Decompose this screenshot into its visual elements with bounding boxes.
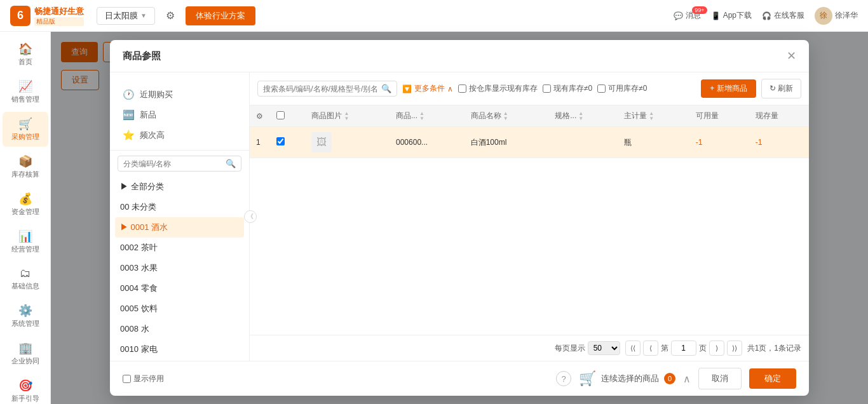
sales-icon: 📈 — [18, 79, 32, 93]
first-page-button[interactable]: ⟨⟨ — [625, 340, 641, 356]
online-service-item[interactable]: 🎧 在线客服 — [762, 10, 804, 21]
category-water[interactable]: 0008 水 — [115, 319, 244, 339]
column-code[interactable]: 商品...▲▼ — [390, 105, 465, 127]
category-search-input[interactable] — [123, 159, 222, 168]
sidebar-item-operations[interactable]: 📊 经营管理 — [3, 224, 48, 259]
sidebar-item-inventory[interactable]: 📦 库存核算 — [3, 149, 48, 184]
sidebar-item-sales[interactable]: 📈 销售管理 — [3, 74, 48, 109]
row-code: 000600... — [390, 127, 465, 158]
sidebar-item-home[interactable]: 🏠 首页 — [3, 37, 48, 72]
refresh-button[interactable]: ↻ 刷新 — [761, 79, 801, 98]
show-disabled-label[interactable]: 显示停用 — [123, 374, 164, 384]
panel-collapse-button[interactable]: 《 — [244, 210, 257, 223]
cancel-button[interactable]: 取消 — [698, 368, 742, 389]
column-settings[interactable]: ⚙ — [250, 105, 270, 127]
filter-icon: 🔽 — [402, 84, 412, 93]
help-icon[interactable]: ? — [556, 371, 571, 386]
logo-badge: 精品版 — [34, 17, 84, 26]
operations-icon: 📊 — [18, 229, 32, 243]
column-spec[interactable]: 规格...▲▼ — [548, 105, 618, 127]
product-reference-modal: 商品参照 ✕ 🕐 近期购买 🆕 — [110, 40, 809, 396]
column-available[interactable]: 可用量 — [689, 105, 749, 127]
stock-checkbox-label[interactable]: 现有库存≠0 — [543, 83, 592, 94]
category-all[interactable]: ▶ 全部分类 — [115, 177, 244, 197]
warehouse-checkbox-label[interactable]: 按仓库显示现有库存 — [458, 83, 538, 94]
collapse-cart-button[interactable]: ∧ — [683, 373, 691, 385]
cart-count-badge: 0 — [664, 373, 675, 384]
basics-icon: 🗂 — [20, 267, 31, 280]
home-icon: 🏠 — [18, 42, 32, 56]
row-stock: -1 — [749, 127, 809, 158]
column-stock[interactable]: 现存量 — [749, 105, 809, 127]
avail-checkbox[interactable] — [597, 84, 606, 93]
user-item[interactable]: 徐 徐泽华 — [815, 7, 858, 25]
trial-button[interactable]: 体验行业方案 — [186, 6, 255, 25]
page-number-input[interactable] — [671, 340, 696, 356]
purchase-icon: 🛒 — [18, 117, 32, 131]
category-liquor[interactable]: ▶ 0001 酒水 — [115, 217, 244, 238]
quick-item-recent[interactable]: 🕐 近期购买 — [118, 85, 241, 104]
category-appliance[interactable]: 0010 家电 — [115, 339, 244, 353]
sidebar-item-collab[interactable]: 🏢 企业协同 — [3, 336, 48, 371]
row-checkbox-cell[interactable] — [270, 127, 305, 158]
left-panel: 🕐 近期购买 🆕 新品 ⭐ 频次高 — [110, 72, 250, 361]
page-info: 共1页，1条记录 — [747, 343, 801, 354]
app-download-item[interactable]: 📱 App下载 — [711, 10, 752, 21]
next-page-button[interactable]: ⟩ — [709, 340, 724, 356]
per-page-dropdown[interactable]: 50 10 20 100 — [588, 341, 620, 355]
row-image-cell: 🖼 — [305, 127, 390, 158]
app-layout: 🏠 首页 📈 销售管理 🛒 采购管理 📦 库存核算 💰 资金管理 📊 经营管理 … — [0, 32, 868, 404]
category-uncategorized[interactable]: 00 未分类 — [115, 197, 244, 217]
quick-item-new[interactable]: 🆕 新品 — [118, 105, 241, 125]
column-checkbox[interactable] — [270, 105, 305, 127]
logo-icon: 6 — [10, 6, 31, 26]
row-name: 白酒100ml — [465, 127, 549, 158]
system-icon: ⚙️ — [18, 304, 32, 318]
pagination: 每页显示 50 10 20 100 ⟨⟨ ⟨ — [250, 335, 809, 361]
row-unit: 瓶 — [618, 127, 689, 158]
category-search-icon: 🔍 — [226, 159, 236, 168]
sidebar-item-basics[interactable]: 🗂 基础信息 — [3, 262, 48, 296]
sidebar-item-finance[interactable]: 💰 资金管理 — [3, 187, 48, 222]
select-all-checkbox[interactable] — [276, 111, 285, 119]
per-page-select[interactable]: 每页显示 50 10 20 100 — [555, 341, 620, 355]
stock-checkbox[interactable] — [543, 84, 551, 93]
modal-close-button[interactable]: ✕ — [787, 49, 796, 63]
product-table-area: ⚙ 商品图片▲▼ 商品...▲▼ — [250, 105, 809, 335]
prev-page-button[interactable]: ⟨ — [643, 340, 658, 356]
settings-icon[interactable]: ⚙ — [160, 6, 180, 26]
sidebar-item-purchase[interactable]: 🛒 采购管理 — [3, 112, 48, 147]
modal-title: 商品参照 — [123, 50, 161, 62]
modal-footer: 显示停用 ? 🛒 连续选择的商品 0 ∧ 取消 确定 — [110, 361, 809, 396]
category-list: ▶ 全部分类 00 未分类 ▶ 0001 酒水 0002 茶叶 0003 水果 … — [110, 177, 249, 353]
headset-icon: 🎧 — [762, 11, 771, 20]
product-search-bar[interactable]: 🔍 — [257, 81, 397, 97]
category-fruit[interactable]: 0003 水果 — [115, 258, 244, 278]
quick-item-frequent[interactable]: ⭐ 频次高 — [118, 126, 241, 145]
show-disabled-checkbox[interactable] — [123, 375, 131, 383]
column-unit[interactable]: 主计量▲▼ — [618, 105, 689, 127]
column-name[interactable]: 商品名称▲▼ — [465, 105, 549, 127]
column-image: 商品图片▲▼ — [305, 105, 390, 127]
last-page-button[interactable]: ⟩⟩ — [727, 340, 742, 356]
category-beverage[interactable]: 0005 饮料 — [115, 299, 244, 319]
warehouse-checkbox[interactable] — [458, 84, 466, 93]
category-snack[interactable]: 0004 零食 — [115, 278, 244, 299]
product-search-input[interactable] — [263, 84, 377, 93]
table-row[interactable]: 1 🖼 000600... 白酒100ml 瓶 — [250, 127, 809, 158]
category-search[interactable]: 🔍 — [118, 156, 241, 172]
sidebar-item-guide[interactable]: 🎯 新手引导 — [3, 374, 48, 404]
sidebar-item-system[interactable]: ⚙️ 系统管理 — [3, 299, 48, 333]
add-product-button[interactable]: + 新增商品 — [701, 79, 756, 98]
search-icon: 🔍 — [381, 84, 391, 93]
row-checkbox[interactable] — [276, 137, 285, 145]
filter-button[interactable]: 🔽 更多条件 ∧ — [402, 83, 453, 94]
category-tea[interactable]: 0002 茶叶 — [115, 238, 244, 258]
avail-checkbox-label[interactable]: 可用库存≠0 — [597, 83, 647, 94]
confirm-button[interactable]: 确定 — [749, 368, 796, 389]
notification-item[interactable]: 💬 消息 99+ — [674, 10, 701, 21]
store-dropdown[interactable]: 日太阳膜 ▼ — [97, 7, 155, 25]
row-available: -1 — [689, 127, 749, 158]
message-icon: 💬 — [674, 11, 683, 20]
new-icon: 🆕 — [123, 109, 135, 121]
